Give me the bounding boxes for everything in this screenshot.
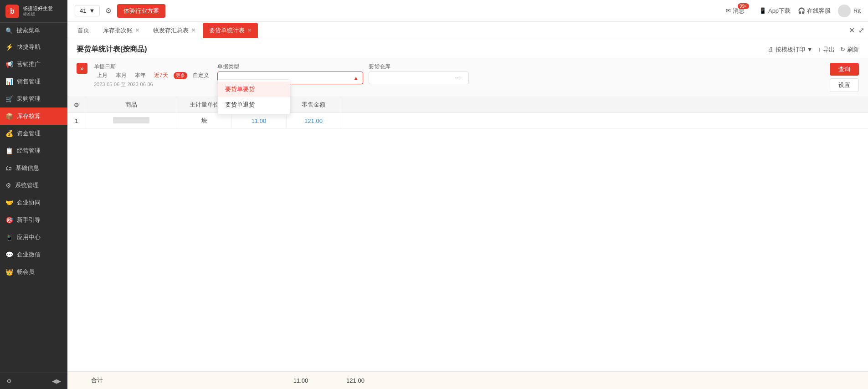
tab-label: 库存批次账	[103, 26, 133, 35]
sidebar-item-label: 采购管理	[17, 95, 41, 103]
col-product: 商品	[86, 97, 177, 113]
sidebar-item-label: 经营管理	[17, 147, 41, 155]
filter-groups: 单据日期 上月 本月 本年 近7天 更多 自定义 2023-05-06 至 20…	[94, 63, 830, 88]
sidebar-item-wechat[interactable]: 💬 企业微信	[0, 246, 67, 263]
quantity-link[interactable]: 11.00	[252, 118, 267, 124]
sidebar-settings-icon[interactable]: ⚙	[6, 378, 12, 384]
sidebar-item-operations[interactable]: 📋 经营管理	[0, 142, 67, 159]
sidebar-search[interactable]: 🔍 搜索菜单	[0, 23, 67, 38]
tab-receive-summary[interactable]: 收发存汇总表 ✕	[147, 23, 202, 38]
refresh-button[interactable]: ↻ 刷新	[840, 46, 859, 54]
print-label: 按模板打印	[776, 46, 805, 54]
sidebar-item-label: 系统管理	[15, 181, 39, 189]
tab-order-summary[interactable]: 要货单统计表 ✕	[203, 23, 258, 38]
cell-product	[86, 113, 177, 129]
date-btn-last-month[interactable]: 上月	[94, 71, 110, 80]
date-btn-7days[interactable]: 近7天	[151, 71, 171, 80]
sidebar-item-label: 企业协同	[17, 199, 41, 207]
basic-icon: 🗂	[5, 164, 12, 172]
sales-icon: 📊	[5, 78, 13, 85]
col-gear[interactable]: ⚙	[67, 97, 86, 113]
download-icon: 📱	[759, 7, 766, 14]
tab-close-icon[interactable]: ✕	[191, 27, 195, 33]
table-footer: 合计 11.00 121.00	[67, 371, 868, 389]
data-table: ⚙ 商品 主计量单位 主数量 零售金额 1 块	[67, 97, 868, 129]
table-header-row: ⚙ 商品 主计量单位 主数量 零售金额	[67, 97, 868, 113]
export-label: 导出	[823, 46, 835, 54]
date-btn-this-year[interactable]: 本年	[132, 71, 149, 80]
appstore-icon: 📱	[5, 234, 13, 241]
tab-label: 要货单统计表	[209, 26, 245, 35]
amount-link[interactable]: 121.00	[304, 118, 323, 124]
online-service-button[interactable]: 🎧 在线客服	[798, 7, 831, 15]
filter-expand-button[interactable]: »	[77, 63, 87, 74]
tab-close-icon[interactable]: ✕	[247, 27, 252, 33]
tab-inventory-batch[interactable]: 库存批次账 ✕	[97, 23, 146, 38]
headset-icon: 🎧	[798, 7, 805, 14]
refresh-icon: ↻	[840, 46, 845, 53]
footer-label: 合计	[91, 376, 219, 384]
sidebar-item-label: 基础信息	[15, 164, 39, 172]
more-dots-icon[interactable]: ···	[455, 74, 461, 82]
filter-action-buttons: 查询 设置	[830, 63, 859, 92]
cell-unit: 块	[177, 113, 231, 129]
filter-settings-button[interactable]: 设置	[830, 78, 859, 92]
dropdown-item-order[interactable]: 要货单要货	[218, 82, 290, 97]
dropdown-item-return[interactable]: 要货单退货	[218, 97, 290, 113]
warehouse-filter-label: 要货仓库	[369, 63, 469, 71]
date-btn-this-month[interactable]: 本月	[113, 71, 129, 80]
app-download-button[interactable]: 📱 App下载	[759, 7, 791, 15]
cell-quantity: 11.00	[231, 113, 286, 129]
sidebar-item-label: 新手引导	[17, 216, 41, 224]
product-name-placeholder	[113, 117, 149, 123]
sidebar-item-appstore[interactable]: 📱 应用中心	[0, 229, 67, 246]
sidebar-item-label: 畅会员	[17, 268, 35, 276]
sidebar-item-label: 资金管理	[17, 129, 41, 138]
user-profile[interactable]: Rit	[838, 5, 861, 17]
industry-button[interactable]: 体验行业方案	[117, 4, 165, 18]
date-btn-custom[interactable]: 自定义	[190, 71, 212, 80]
sidebar-item-finance[interactable]: 💰 资金管理	[0, 125, 67, 142]
sidebar-item-guide[interactable]: 🎯 新手引导	[0, 211, 67, 229]
avatar	[838, 5, 851, 17]
page-title: 要货单统计表(按商品)	[77, 45, 147, 54]
message-badge: 99+	[738, 3, 749, 9]
print-button[interactable]: 🖨 按模板打印 ▼	[768, 46, 813, 54]
sidebar-item-sales[interactable]: 📊 销售管理	[0, 73, 67, 90]
sidebar-item-basic[interactable]: 🗂 基础信息	[0, 159, 67, 177]
type-dropdown: 要货单要货 要货单退货	[217, 79, 290, 115]
sidebar-collapse-icon[interactable]: ◀▶	[52, 378, 61, 384]
filter-warehouse-group: 要货仓库 ···	[369, 63, 469, 84]
sidebar-item-label: 营销推广	[17, 60, 41, 68]
sidebar-item-label: 销售管理	[17, 77, 41, 86]
sidebar-item-marketing[interactable]: 📢 营销推广	[0, 56, 67, 73]
query-button[interactable]: 查询	[830, 63, 859, 76]
header-gear-icon[interactable]: ⚙	[105, 6, 112, 15]
sidebar-item-enterprise[interactable]: 🤝 企业协同	[0, 194, 67, 211]
sidebar-item-inventory[interactable]: 📦 库存核算	[0, 107, 67, 125]
col-amount: 零售金额	[286, 97, 341, 113]
tab-home[interactable]: 首页	[71, 24, 96, 37]
sidebar-item-system[interactable]: ⚙ 系统管理	[0, 177, 67, 194]
table-row: 1 块 11.00 121.00	[67, 113, 868, 129]
tab-expand-icon[interactable]: ⤢	[858, 26, 864, 35]
header-right: ✉ 消息 99+ 📱 App下载 🎧 在线客服 Rit	[726, 5, 861, 17]
refresh-label: 刷新	[847, 46, 859, 54]
chevron-down-icon: ▼	[807, 46, 813, 53]
chevron-up-icon: ▲	[353, 75, 359, 82]
sidebar-item-quick-nav[interactable]: ⚡ 快捷导航	[0, 38, 67, 56]
chevron-down-icon: ▼	[89, 7, 95, 14]
message-button[interactable]: ✉ 消息 99+	[726, 7, 745, 15]
tab-close-icon[interactable]: ✕	[135, 27, 139, 33]
table-area: ⚙ 商品 主计量单位 主数量 零售金额 1 块	[67, 97, 868, 371]
company-selector[interactable]: 41 ▼	[75, 5, 100, 16]
tab-close-all-icon[interactable]: ✕	[849, 26, 855, 35]
date-range-text: 2023-05-06 至 2023-06-06	[94, 81, 212, 88]
export-button[interactable]: ↑ 导出	[818, 46, 835, 54]
warehouse-filter-input[interactable]: ···	[369, 72, 469, 84]
sidebar-item-member[interactable]: 👑 畅会员	[0, 263, 67, 281]
date-more-badge[interactable]: 更多	[174, 72, 187, 79]
app-download-label: App下载	[768, 7, 791, 15]
sidebar-item-purchase[interactable]: 🛒 采购管理	[0, 90, 67, 107]
operations-icon: 📋	[5, 147, 13, 154]
